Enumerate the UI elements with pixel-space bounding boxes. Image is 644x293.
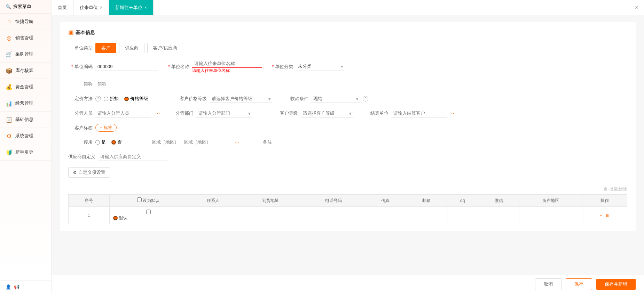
col-region: 所在地区	[519, 195, 582, 207]
price-level-select-wrap: ▾	[210, 95, 272, 103]
tag-plus-icon: +	[100, 125, 102, 130]
sidebar-item-operations[interactable]: 📊经营管理	[0, 95, 51, 112]
sidebar-item-finance[interactable]: 💰资金管理	[0, 79, 51, 95]
cell-email	[406, 207, 447, 224]
tag-btn-label: 标签	[104, 125, 112, 131]
section-icon: ▣	[68, 29, 73, 36]
tab-close-new-contact[interactable]: ×	[144, 5, 147, 10]
main-area: 首页往来单位×新增往来单位× × ▣ 基本信息 单位类型 客户 供应商 客户/供…	[52, 0, 644, 293]
payment-input[interactable]	[311, 95, 360, 103]
code-input[interactable]	[95, 63, 158, 71]
region-input[interactable]	[182, 138, 230, 146]
customer-level-group: 客户等级 ▾	[274, 109, 357, 117]
unit-btn-both[interactable]: 客户/供应商	[147, 43, 183, 53]
tab-home[interactable]: 首页	[52, 0, 73, 15]
close-all-button[interactable]: ×	[629, 4, 644, 11]
supplier-custom-group: 供应商自定义	[68, 153, 627, 161]
unit-btn-supplier[interactable]: 供应商	[119, 43, 144, 53]
customer-level-select-wrap: ▾	[301, 109, 353, 117]
sidebar-item-basic[interactable]: 📋基础信息	[0, 112, 51, 128]
sidebar-item-system[interactable]: ⚙系统管理	[0, 128, 51, 144]
col-contact: 联系人	[187, 195, 239, 207]
pricing-help-icon[interactable]: ?	[95, 96, 101, 101]
save-button[interactable]: 保存	[566, 278, 592, 290]
gear-icon: ⚙	[73, 170, 77, 175]
category-label: 单位分类	[269, 64, 293, 70]
sidebar-label-quick-nav: 快捷导航	[15, 18, 33, 25]
col-default: 设为默认	[109, 195, 187, 207]
dept-group: 分管部门 ▾	[169, 109, 267, 117]
col-phone: 电话号码	[302, 195, 365, 207]
tags-label: 客户标签	[68, 125, 93, 131]
pricing-discount-radio[interactable]	[104, 97, 108, 101]
dept-select-wrap: ▾	[196, 109, 252, 117]
contact-table: 序号 设为默认 联系人 到货地址 电话号码 传真 邮箱 qq 微信 所在地区 操…	[68, 194, 627, 224]
pricing-level-radio[interactable]	[124, 97, 129, 101]
cancel-button[interactable]: 取消	[535, 278, 561, 290]
finance-icon: 💰	[6, 83, 13, 90]
row-checkbox[interactable]	[146, 210, 151, 214]
sidebar-item-guide[interactable]: 🔰新手引导	[0, 144, 51, 161]
name-label: 单位名称	[165, 64, 189, 70]
default-radio[interactable]	[113, 216, 118, 220]
region-more-btn[interactable]: ···	[233, 139, 241, 145]
cell-default: 默认	[109, 207, 187, 224]
pricing-group: 定价方法 ? 折扣 价格等级	[68, 96, 173, 102]
sidebar-item-inventory[interactable]: 📦库存核算	[0, 63, 51, 79]
disabled-yes-label[interactable]: 是	[95, 139, 106, 145]
batch-del-icon: 🗑	[603, 187, 608, 192]
pricing-discount-label[interactable]: 折扣	[104, 96, 119, 102]
unit-type-group: 单位类型 客户 供应商 客户/供应商	[68, 43, 627, 53]
settlement-more-btn[interactable]: ···	[450, 110, 457, 116]
cell-ops: + 🗑	[582, 207, 627, 224]
shortname-label: 简称	[68, 81, 93, 87]
col-qq: qq	[447, 195, 478, 207]
custom-settings-row: ⚙ 自定义项设置	[68, 167, 627, 178]
payment-help-icon[interactable]: ?	[363, 96, 368, 101]
sidebar-item-quick-nav[interactable]: ⌂快捷导航	[0, 14, 51, 30]
cell-wechat	[478, 207, 519, 224]
tab-close-contacts[interactable]: ×	[100, 5, 102, 10]
settlement-input[interactable]	[391, 109, 447, 117]
tab-label-contacts: 往来单位	[80, 5, 98, 11]
add-row-btn[interactable]: +	[600, 213, 602, 218]
remark-input[interactable]	[275, 138, 358, 146]
disabled-no-radio[interactable]	[111, 140, 116, 145]
add-tag-button[interactable]: + 标签	[95, 124, 117, 132]
manager-more-btn[interactable]: ···	[154, 110, 161, 116]
save-new-button[interactable]: 保存并新增	[596, 279, 636, 290]
disabled-yes-radio[interactable]	[95, 140, 100, 145]
dept-input[interactable]	[196, 109, 252, 117]
disabled-label: 停用	[68, 139, 93, 145]
supplier-custom-label: 供应商自定义	[68, 154, 95, 160]
manager-input[interactable]	[95, 109, 151, 117]
batch-delete-button[interactable]: 🗑 批量删除	[603, 186, 627, 192]
disabled-no-label[interactable]: 否	[111, 139, 122, 145]
pricing-level-label[interactable]: 价格等级	[124, 96, 148, 102]
settlement-group: 结算单位 ···	[364, 109, 457, 117]
table-header-row: 序号 设为默认 联系人 到货地址 电话号码 传真 邮箱 qq 微信 所在地区 操…	[69, 195, 627, 207]
select-all-checkbox[interactable]	[137, 197, 142, 202]
sidebar-label-finance: 资金管理	[15, 84, 33, 90]
category-input[interactable]	[296, 63, 345, 71]
unit-btn-customer[interactable]: 客户	[95, 43, 116, 53]
customer-level-input[interactable]	[301, 109, 353, 117]
search-menu-item[interactable]: 🔍 搜索菜单	[0, 0, 51, 14]
del-row-btn[interactable]: 🗑	[605, 213, 610, 218]
tab-new-contact[interactable]: 新增往来单位×	[109, 0, 154, 15]
custom-settings-button[interactable]: ⚙ 自定义项设置	[68, 167, 110, 178]
sidebar-bottom: 👤 📢	[0, 280, 51, 293]
disabled-group: 停用 是 否	[68, 139, 145, 145]
price-level-label: 客户价格等级	[180, 96, 207, 102]
shortname-input[interactable]	[95, 80, 158, 88]
sidebar-item-purchase[interactable]: 🛒采购管理	[0, 46, 51, 63]
basic-icon: 📋	[6, 116, 13, 123]
tab-label-home: 首页	[58, 5, 67, 11]
name-input[interactable]	[192, 59, 262, 68]
default-radio-label[interactable]: 默认	[113, 215, 183, 221]
custom-settings-label: 自定义项设置	[78, 169, 105, 176]
supplier-custom-input[interactable]	[98, 153, 168, 161]
tab-contacts[interactable]: 往来单位×	[73, 0, 109, 15]
price-level-input[interactable]	[210, 95, 272, 103]
sidebar-item-sales[interactable]: ◎销售管理	[0, 30, 51, 46]
